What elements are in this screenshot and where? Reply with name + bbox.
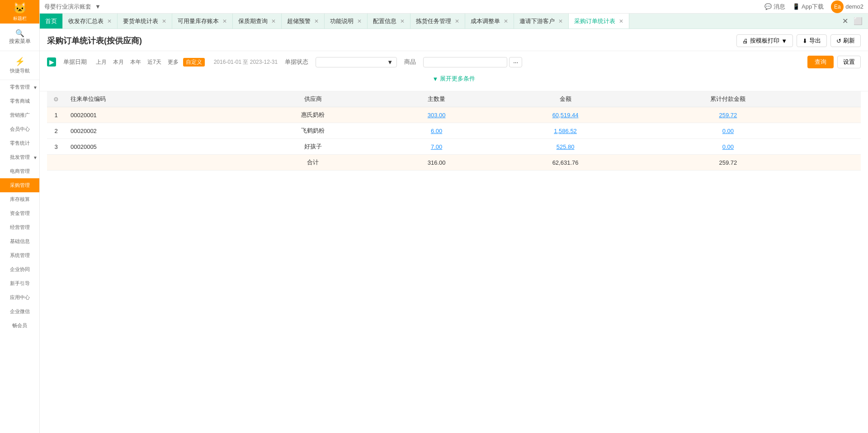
paid-link[interactable]: 259.72: [719, 112, 737, 119]
sidebar-item-label: 电商管理: [10, 168, 30, 175]
paid-link[interactable]: 0.00: [722, 143, 734, 150]
message-button[interactable]: 💬 消息: [764, 3, 785, 11]
tab-shoufahuizong[interactable]: 收发存汇总表✕: [63, 14, 118, 29]
maximize-button[interactable]: ⬜: [852, 16, 864, 26]
sidebar-item-label: 库存核算: [10, 196, 30, 203]
sidebar-item-changhui[interactable]: 畅会员: [0, 319, 39, 333]
sidebar-item-xinshou[interactable]: 新手引导: [0, 276, 39, 290]
sidebar-item-jichu[interactable]: 基础信息: [0, 234, 39, 248]
tab-close-icon[interactable]: ✕: [162, 18, 166, 24]
qty-link[interactable]: 6.00: [431, 128, 442, 134]
export-button[interactable]: ⬇ 导出: [797, 34, 827, 47]
goods-input[interactable]: [423, 57, 507, 67]
tab-label: 要货单统计表: [123, 17, 158, 25]
settings-button[interactable]: 设置: [837, 56, 861, 68]
workspace-dropdown-icon[interactable]: ▼: [95, 3, 101, 10]
th-paid: 累计付款金额: [638, 91, 818, 107]
column-settings-icon[interactable]: ⚙: [52, 95, 60, 103]
sidebar-item-caigougl[interactable]: 采购管理: [0, 178, 39, 192]
shortcut-this-month[interactable]: 本月: [111, 58, 126, 67]
sidebar-item-yingyong[interactable]: 应用中心: [0, 290, 39, 305]
topbar-right: 💬 消息 📱 App下载 Ea demo2: [764, 0, 863, 13]
tab-close-icon[interactable]: ✕: [357, 18, 362, 24]
tab-caigou[interactable]: 采购订单统计表✕: [569, 14, 629, 29]
tab-close-icon[interactable]: ✕: [314, 18, 319, 24]
row-code: 00020005: [65, 139, 245, 155]
sidebar-item-label: 零售商城: [10, 98, 30, 105]
shortcut-more[interactable]: 更多: [166, 58, 180, 67]
tab-home[interactable]: 首页: [40, 14, 63, 29]
tab-close-icon[interactable]: ✕: [271, 18, 276, 24]
app-download-label: App下载: [802, 3, 824, 11]
sidebar-item-diangshang[interactable]: 电商管理: [0, 164, 39, 178]
tab-label: 收发存汇总表: [68, 17, 104, 25]
tab-keyong[interactable]: 可用量库存账本✕: [172, 14, 233, 29]
amount-link[interactable]: 1,586.52: [554, 128, 577, 134]
sidebar-item-lingshoucheng[interactable]: 零售商城: [0, 94, 39, 108]
search-section: 🔍 搜索菜单: [0, 24, 39, 51]
row-code: 00020001: [65, 107, 245, 123]
shortcut-last-month[interactable]: 上月: [94, 58, 108, 67]
tab-close-icon[interactable]: ✕: [558, 18, 563, 24]
row-qty: 7.00: [380, 139, 493, 155]
tab-close-icon[interactable]: ✕: [400, 18, 405, 24]
refresh-button[interactable]: ↺ 刷新: [830, 34, 861, 47]
qty-link[interactable]: 7.00: [431, 143, 442, 150]
table-header-row: ⚙ 往来单位编码 供应商 主数量 金额 累计付款金额: [47, 91, 861, 107]
quick-nav-section: ⚡ 快捷导航: [0, 51, 39, 80]
page-actions: 🖨 按模板打印 ▼ ⬇ 导出 ↺ 刷新: [736, 34, 861, 47]
shortcut-7days[interactable]: 近7天: [146, 58, 163, 67]
tab-close-icon[interactable]: ✕: [619, 18, 623, 24]
amount-link[interactable]: 60,519.44: [552, 112, 579, 119]
sidebar-item-qiyeweixin[interactable]: 企业微信: [0, 305, 39, 319]
tab-baozhiqi[interactable]: 保质期查询✕: [233, 14, 282, 29]
tab-yaohuo[interactable]: 要货单统计表✕: [118, 14, 172, 29]
print-button[interactable]: 🖨 按模板打印 ▼: [736, 34, 793, 47]
search-menu-button[interactable]: 🔍 搜索菜单: [3, 27, 37, 47]
filter-toggle-button[interactable]: ▶: [47, 57, 56, 67]
tab-close-icon[interactable]: ✕: [504, 18, 508, 24]
expand-more-button[interactable]: ▼ 展开更多条件: [433, 75, 476, 83]
tab-label: 成本调整单: [471, 17, 500, 25]
sidebar-item-label: 系统管理: [10, 252, 30, 259]
tabbar-actions: ✕ ⬜: [837, 16, 868, 26]
sidebar-item-yingxiao[interactable]: 营销推广: [0, 108, 39, 122]
app-download-button[interactable]: 📱 App下载: [793, 3, 824, 11]
sidebar-nav-list: 零售管理▼零售商城营销推广会员中心零售统计批发管理▼电商管理采购管理库存核算资金…: [0, 80, 39, 333]
sidebar-item-lingshou[interactable]: 零售管理▼: [0, 80, 39, 94]
tab-zhihuo[interactable]: 拣货任务管理✕: [410, 14, 465, 29]
row-qty: 6.00: [380, 123, 493, 139]
paid-link[interactable]: 0.00: [722, 128, 734, 134]
sidebar-item-xitong[interactable]: 系统管理: [0, 248, 39, 262]
status-value: [320, 59, 321, 66]
quick-nav-label: 快捷导航: [10, 67, 30, 74]
sidebar-item-kucun[interactable]: 库存核算: [0, 192, 39, 206]
tab-close-icon[interactable]: ✕: [222, 18, 227, 24]
sidebar-item-qiye[interactable]: 企业协同: [0, 262, 39, 276]
tab-peizhi[interactable]: 配置信息✕: [368, 14, 410, 29]
close-tab-button[interactable]: ✕: [840, 16, 850, 26]
goods-ellipsis-button[interactable]: ···: [509, 57, 522, 67]
query-button[interactable]: 查询: [807, 56, 834, 68]
tab-chaochu[interactable]: 超储预警✕: [282, 14, 325, 29]
sidebar-item-jingying[interactable]: 经营管理: [0, 220, 39, 234]
tab-gongneng[interactable]: 功能说明✕: [325, 14, 368, 29]
tab-chengben[interactable]: 成本调整单✕: [465, 14, 514, 29]
date-range-display: 2016-01-01 至 2023-12-31: [214, 58, 278, 66]
shortcut-this-year[interactable]: 本年: [128, 58, 143, 67]
user-menu[interactable]: Ea demo2: [831, 0, 863, 13]
qty-link[interactable]: 303.00: [428, 112, 446, 119]
sidebar-item-zijin[interactable]: 资金管理: [0, 206, 39, 220]
tab-close-icon[interactable]: ✕: [455, 18, 459, 24]
shortcut-custom[interactable]: 自定义: [183, 58, 205, 67]
amount-link[interactable]: 525.80: [557, 143, 575, 150]
sidebar-item-huiyuan[interactable]: 会员中心: [0, 122, 39, 136]
quick-nav-item[interactable]: ⚡ 快捷导航: [0, 53, 39, 78]
tab-list: 首页收发存汇总表✕要货单统计表✕可用量库存账本✕保质期查询✕超储预警✕功能说明✕…: [40, 14, 629, 29]
sidebar-item-pifa[interactable]: 批发管理▼: [0, 150, 39, 164]
row-supplier: 惠氏奶粉: [245, 107, 380, 123]
status-select[interactable]: ▼: [316, 57, 397, 67]
tab-close-icon[interactable]: ✕: [107, 18, 112, 24]
tab-yaoqing[interactable]: 邀请下游客户✕: [514, 14, 569, 29]
sidebar-item-lingshoutj[interactable]: 零售统计: [0, 136, 39, 150]
